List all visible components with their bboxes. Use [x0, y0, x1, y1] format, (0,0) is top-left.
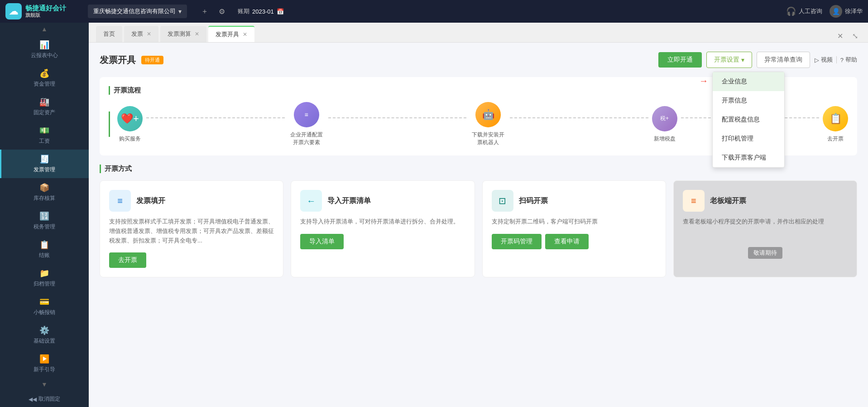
play-icon: ▷	[815, 57, 819, 63]
sidebar-pin[interactable]: ◀◀ 取消固定	[0, 391, 89, 407]
fill-btn[interactable]: 去开票	[109, 252, 146, 268]
dropdown-item-printer[interactable]: 打印机管理	[713, 129, 784, 148]
tab-fapiao[interactable]: 发票 ✕	[124, 26, 158, 42]
sidebar-scroll-down[interactable]: ▼	[0, 378, 89, 391]
import-btn[interactable]: 导入清单	[300, 234, 344, 249]
archive-icon: 📁	[39, 268, 49, 278]
user-avatar: 👤	[830, 5, 842, 18]
company-selector[interactable]: 重庆畅捷交通信息咨询有限公司 ▾	[88, 5, 187, 18]
status-badge: 待开通	[141, 56, 163, 64]
divider	[836, 56, 837, 63]
add-company-btn[interactable]: ＋	[198, 5, 211, 18]
wage-icon: 💵	[39, 126, 49, 136]
sidebar-item-xiaochang[interactable]: 💳 小畅报销	[0, 292, 89, 321]
sidebar-item-jiezhang[interactable]: 📋 结账	[0, 235, 89, 264]
step-label-4: 新增税盘	[654, 135, 676, 143]
tab-cesuan[interactable]: 发票测算 ✕	[160, 26, 206, 42]
import-icon: ←	[300, 190, 322, 212]
step-label-1: 购买服务	[119, 135, 141, 143]
flow-step-1: ❤️+ 购买服务	[117, 106, 143, 143]
content-area: 首页 发票 ✕ 发票测算 ✕ 发票开具 ✕ ✕ ⤡	[89, 23, 868, 407]
period-value: 2023-01	[252, 8, 274, 15]
sidebar-item-guidang[interactable]: 📁 归档管理	[0, 264, 89, 292]
step-left-line	[109, 111, 110, 137]
inventory-icon: 📦	[39, 183, 49, 193]
sidebar-scroll-up[interactable]: ▲	[0, 23, 89, 35]
help-icon: ?	[840, 57, 844, 63]
headset-icon: 🎧	[786, 6, 796, 16]
logo-title: 畅捷通好会计	[25, 4, 66, 12]
step-connector-2	[328, 117, 467, 118]
gear-icon: ⚙️	[39, 325, 49, 335]
method-card-boss: ≡ 老板端开票 查看老板端小程序提交的开票申请，并作出相应的处理 敬请期待	[673, 180, 857, 277]
logo-text: 畅捷通好会计 旗舰版	[25, 4, 66, 18]
period-label: 账期 2023-01 📅	[238, 7, 284, 15]
step-label-3: 下载并安装开票机器人	[470, 131, 506, 146]
sidebar-item-gongzi[interactable]: 💵 工资	[0, 121, 89, 150]
tab-close-btn[interactable]: ✕	[834, 30, 846, 42]
scan-btn2[interactable]: 查看申请	[545, 234, 589, 249]
overlay-text: 敬请期待	[674, 247, 857, 259]
methods-section: 开票方式 ≡ 发票填开 支持按照发票样式手工填开发票；可开具增值税电子普通发票、…	[100, 165, 857, 277]
support-btn[interactable]: 🎧 人工咨询	[786, 6, 822, 16]
tab-cesuan-close[interactable]: ✕	[195, 31, 199, 37]
scan-title: 扫码开票	[519, 196, 548, 206]
chart-icon: 📊	[39, 40, 49, 50]
red-arrow-icon: →	[699, 76, 708, 86]
method-card-boss-header: ≡ 老板端开票	[683, 190, 848, 212]
main-area: ▲ 📊 云报表中心 💰 资金管理 🏭 固定资产 💵 工资 🧾 发票管理	[0, 23, 868, 407]
tab-fapiao-close[interactable]: ✕	[147, 31, 151, 37]
page-title: 发票开具	[100, 54, 136, 66]
video-help: ▷ 视频 ? 帮助	[815, 56, 857, 64]
dropdown-item-invoice-info[interactable]: 开票信息	[713, 91, 784, 110]
step-label-5: 去开票	[827, 135, 844, 143]
sidebar-item-xinshou[interactable]: ▶️ 新手引导	[0, 349, 89, 378]
import-desc: 支持导入待开票清单，可对待开票清单进行拆分、合并处理。	[300, 217, 465, 227]
sidebar-item-gudingzichan[interactable]: 🏭 固定资产	[0, 92, 89, 121]
step-circle-2: ≡	[294, 102, 319, 127]
flow-step-3: 🤖 下载并安装开票机器人	[470, 102, 506, 146]
method-card-scan-header: ⊡ 扫码开票	[492, 190, 657, 212]
sidebar-item-yunbiao[interactable]: 📊 云报表中心	[0, 35, 89, 64]
scan-btn1[interactable]: 开票码管理	[492, 234, 542, 249]
user-menu[interactable]: 👤 徐泽华	[830, 5, 863, 18]
settings-icon[interactable]: ⚙	[215, 5, 229, 18]
method-card-import: ← 导入开票清单 支持导入待开票清单，可对待开票清单进行拆分、合并处理。 导入清…	[291, 180, 475, 277]
import-title: 导入开票清单	[327, 196, 371, 206]
sidebar-item-shuiwu[interactable]: 🔢 税务管理	[0, 207, 89, 235]
expense-icon: 💳	[39, 297, 49, 307]
settings-dropdown-btn[interactable]: 开票设置 ▾	[706, 52, 752, 68]
sidebar-item-zijin[interactable]: 💰 资金管理	[0, 64, 89, 92]
dropdown-item-download[interactable]: 下载开票客户端	[713, 148, 784, 167]
money-icon: 💰	[39, 68, 49, 78]
method-card-scan: ⊡ 扫码开票 支持定制开票二维码，客户端可扫码开票 开票码管理 查看申请	[482, 180, 666, 277]
page-content: 发票开具 待开通 立即开通 开票设置 ▾ 异常清单查询 ▷ 视频	[89, 43, 868, 407]
dropdown-arrow-icon: ▾	[741, 56, 744, 63]
step-circle-5: 📋	[823, 106, 848, 131]
invoice-icon: 🧾	[39, 154, 49, 164]
tab-expand-btn[interactable]: ⤡	[849, 30, 861, 42]
method-card-fill-header: ≡ 发票填开	[109, 190, 274, 212]
step-label-2: 企业开通配置开票六要素	[288, 131, 325, 146]
flow-step-5: 📋 去开票	[823, 106, 848, 143]
method-cards: ≡ 发票填开 支持按照发票样式手工填开发票；可开具增值税电子普通发票、增值税普通…	[100, 180, 857, 277]
tab-home[interactable]: 首页	[96, 26, 122, 42]
logo-icon: ☁	[5, 3, 22, 19]
calendar-icon[interactable]: 📅	[277, 8, 284, 15]
sidebar-item-jichushezhi[interactable]: ⚙️ 基础设置	[0, 321, 89, 349]
close-accounts-icon: 📋	[39, 240, 49, 250]
dropdown-icon: ▾	[178, 8, 182, 15]
boss-title: 老板端开票	[710, 196, 746, 206]
activate-btn[interactable]: 立即开通	[658, 52, 702, 68]
dropdown-item-tax-disk[interactable]: 配置税盘信息	[713, 110, 784, 129]
tab-bar: 首页 发票 ✕ 发票测算 ✕ 发票开具 ✕ ✕ ⤡	[89, 23, 868, 43]
tab-kaiju-close[interactable]: ✕	[243, 31, 247, 38]
query-btn[interactable]: 异常清单查询	[757, 52, 810, 68]
step-circle-3: 🤖	[475, 102, 501, 127]
dropdown-item-company[interactable]: 企业信息 →	[713, 72, 784, 91]
top-bar-right: 🎧 人工咨询 👤 徐泽华	[786, 5, 863, 18]
sidebar-item-fapiao[interactable]: 🧾 发票管理	[0, 150, 89, 178]
tab-kaiju[interactable]: 发票开具 ✕	[208, 26, 254, 42]
step-circle-1: ❤️+	[117, 106, 143, 131]
sidebar-item-kucun[interactable]: 📦 库存核算	[0, 178, 89, 207]
